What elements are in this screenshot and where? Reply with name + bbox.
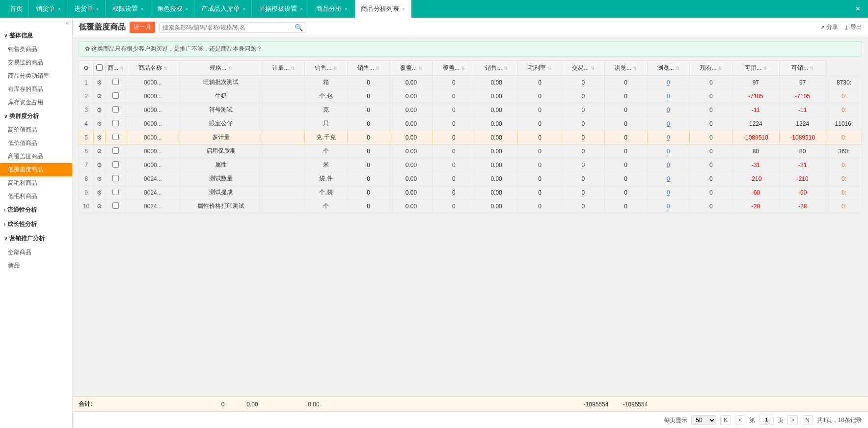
sidebar-section-marketing[interactable]: ∨ 营销推广分析 <box>0 231 72 246</box>
close-sales-order-icon[interactable]: × <box>58 6 61 12</box>
row-gear-0[interactable]: ⚙ <box>94 76 106 89</box>
row-gear-7[interactable]: ⚙ <box>94 172 106 186</box>
row-browse1-2[interactable]: 0 <box>647 103 690 117</box>
tab-home[interactable]: 首页 <box>4 0 29 18</box>
page-size-select[interactable]: 50 100 200 <box>691 415 716 425</box>
row-check-2[interactable] <box>112 106 119 113</box>
col-available[interactable]: 可用... ⇅ <box>732 61 779 76</box>
row-gear-3[interactable]: ⚙ <box>94 117 106 131</box>
sidebar-section-overall[interactable]: ∨ 整体信息 <box>0 29 72 43</box>
row-checkbox-8[interactable] <box>106 186 126 200</box>
sidebar-item-high-margin[interactable]: 高毛利商品 <box>0 176 72 190</box>
col-sellable[interactable]: 可销... ⇅ <box>779 61 826 76</box>
sidebar-item-capital-usage[interactable]: 库存资金占用 <box>0 96 72 109</box>
sidebar-item-high-coverage[interactable]: 高覆盖度商品 <box>0 150 72 163</box>
prev-page-button[interactable]: < <box>735 415 745 425</box>
row-check-9[interactable] <box>112 202 119 209</box>
export-button[interactable]: ⤓ 导出 <box>844 23 862 31</box>
row-gear-9[interactable]: ⚙ <box>94 200 106 213</box>
sidebar-item-sales-goods[interactable]: 销售类商品 <box>0 43 72 56</box>
tab-template-settings[interactable]: 单据模板设置 × <box>253 0 309 18</box>
close-permissions-icon[interactable]: × <box>141 6 144 12</box>
sidebar-item-category-turnover[interactable]: 商品分类动销率 <box>0 69 72 83</box>
row-checkbox-9[interactable] <box>106 200 126 213</box>
col-cover2[interactable]: 覆盖... ⇅ <box>433 61 475 76</box>
row-check-0[interactable] <box>112 79 119 85</box>
row-browse1-3[interactable]: 0 <box>647 117 690 131</box>
row-browse1-8[interactable]: 0 <box>647 186 690 200</box>
col-cover1[interactable]: 覆盖... ⇅ <box>390 61 433 76</box>
row-browse1-6[interactable]: 0 <box>647 158 690 172</box>
tab-product-analysis-list[interactable]: 商品分析列表 × <box>355 0 411 18</box>
col-checkbox[interactable] <box>94 61 106 76</box>
row-browse1-4[interactable]: 0 <box>647 131 690 144</box>
sidebar-section-circulation[interactable]: › 流通性分析 <box>0 203 72 217</box>
col-unit[interactable]: 计量... ⇅ <box>262 61 305 76</box>
row-gear-4[interactable]: ⚙ <box>94 131 106 144</box>
tab-purchase-order[interactable]: 进货单 × <box>68 0 106 18</box>
row-check-4[interactable] <box>112 134 119 140</box>
col-sales3[interactable]: 销售... ⇅ <box>475 61 518 76</box>
sidebar-item-low-margin[interactable]: 低毛利商品 <box>0 190 72 203</box>
row-gear-5[interactable]: ⚙ <box>94 144 106 158</box>
row-browse1-1[interactable]: 0 <box>647 89 690 103</box>
first-page-button[interactable]: K <box>720 415 731 425</box>
row-checkbox-2[interactable] <box>106 103 126 117</box>
row-browse1-9[interactable]: 0 <box>647 200 690 213</box>
row-gear-6[interactable]: ⚙ <box>94 158 106 172</box>
row-checkbox-1[interactable] <box>106 89 126 103</box>
col-sales-qty[interactable]: 销售... ⇅ <box>305 61 348 76</box>
col-current[interactable]: 现有... ⇅ <box>690 61 732 76</box>
row-gear-1[interactable]: ⚙ <box>94 89 106 103</box>
close-purchase-order-icon[interactable]: × <box>96 6 99 12</box>
sidebar-item-all-goods[interactable]: 全部商品 <box>0 246 72 259</box>
row-gear-8[interactable]: ⚙ <box>94 186 106 200</box>
sidebar-item-new-goods[interactable]: 新品 <box>0 259 72 272</box>
page-number-input[interactable] <box>759 416 774 425</box>
sidebar-section-growth[interactable]: › 成长性分析 <box>0 217 72 231</box>
tab-product-analysis[interactable]: 商品分析 × <box>310 0 354 18</box>
tab-sales-order[interactable]: 销货单 × <box>30 0 67 18</box>
sidebar-section-cluster[interactable]: ∨ 类群度分析 <box>0 109 72 123</box>
sidebar-collapse-button[interactable]: « <box>0 18 72 29</box>
row-checkbox-3[interactable] <box>106 117 126 131</box>
col-name[interactable]: 商品名称 ⇅ <box>126 61 180 76</box>
row-gear-2[interactable]: ⚙ <box>94 103 106 117</box>
close-role-auth-icon[interactable]: × <box>186 6 189 12</box>
share-button[interactable]: ↗ 分享 <box>820 23 838 31</box>
row-check-8[interactable] <box>112 189 119 195</box>
col-trade[interactable]: 交易... ⇅ <box>562 61 604 76</box>
sidebar-item-traded-goods[interactable]: 交易过的商品 <box>0 56 72 69</box>
col-sales-amt[interactable]: 销售... ⇅ <box>347 61 390 76</box>
col-code[interactable]: 商... ⇅ <box>106 61 126 76</box>
col-gear[interactable]: ⚙ <box>79 61 94 76</box>
row-checkbox-5[interactable] <box>106 144 126 158</box>
row-check-6[interactable] <box>112 161 119 168</box>
row-browse1-5[interactable]: 0 <box>647 144 690 158</box>
next-page-button[interactable]: > <box>787 415 798 425</box>
search-icon[interactable]: 🔍 <box>295 24 303 31</box>
sidebar-item-low-value[interactable]: 低价值商品 <box>0 137 72 150</box>
row-checkbox-7[interactable] <box>106 172 126 186</box>
sidebar-item-high-value[interactable]: 高价值商品 <box>0 123 72 137</box>
sidebar-item-low-coverage[interactable]: 低覆盖度商品 <box>0 163 72 176</box>
search-input[interactable] <box>163 24 295 31</box>
col-gross[interactable]: 毛利率 ⇅ <box>517 61 562 76</box>
col-browse2[interactable]: 浏览... ⇅ <box>647 61 690 76</box>
last-page-button[interactable]: N <box>802 415 813 425</box>
close-all-tabs-button[interactable]: × <box>852 2 864 15</box>
tab-permissions[interactable]: 权限设置 × <box>107 0 150 18</box>
row-check-7[interactable] <box>112 175 119 181</box>
close-product-analysis-icon[interactable]: × <box>345 6 348 12</box>
close-product-analysis-list-icon[interactable]: × <box>402 6 405 12</box>
row-browse1-7[interactable]: 0 <box>647 172 690 186</box>
sidebar-item-in-stock[interactable]: 有库存的商品 <box>0 83 72 96</box>
close-finished-goods-icon[interactable]: × <box>243 6 245 12</box>
row-check-1[interactable] <box>112 92 119 99</box>
row-browse1-0[interactable]: 0 <box>647 76 690 89</box>
tab-role-auth[interactable]: 角色授权 × <box>151 0 195 18</box>
row-check-5[interactable] <box>112 147 119 154</box>
time-filter-button[interactable]: 近一月 <box>130 22 155 33</box>
tab-finished-goods[interactable]: 产成品入库单 × <box>195 0 252 18</box>
row-checkbox-6[interactable] <box>106 158 126 172</box>
